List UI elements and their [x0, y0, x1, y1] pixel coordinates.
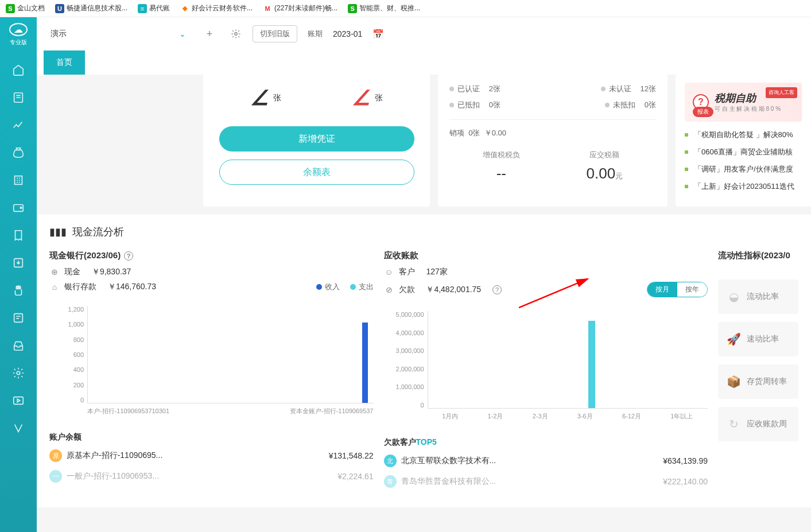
toggle-month[interactable]: 按月 [647, 282, 677, 297]
sidebar-item-home[interactable] [0, 56, 37, 84]
bookmark-item[interactable]: U畅捷通信息技术股... [55, 3, 127, 13]
switch-old-button[interactable]: 切到旧版 [253, 25, 297, 42]
tax-value: 2张 [489, 84, 500, 94]
news-help-badge[interactable]: 咨询人工客 [766, 87, 797, 98]
add-voucher-button[interactable]: 新增凭证 [219, 126, 414, 152]
help-icon[interactable]: ? [124, 251, 133, 261]
sidebar-item-settings[interactable] [0, 359, 37, 387]
svg-point-3 [20, 207, 22, 209]
bookmark-label: 金山文档 [17, 3, 45, 13]
metric-card[interactable]: 🚀速动比率 [718, 322, 798, 356]
news-item[interactable]: 「调研」用友客户/伙伴满意度 [685, 164, 802, 174]
bullet-icon [685, 185, 688, 188]
period-value: 2023-01 [333, 29, 362, 38]
chart-y-axis: 5,000,0004,000,0003,000,0002,000,0001,00… [384, 311, 424, 409]
calendar-icon[interactable]: 📅 [372, 29, 384, 40]
metric-card[interactable]: ↻应收账款周 [718, 407, 798, 441]
liquidity-panel: 流动性指标(2023/0 ◒流动比率 🚀速动比率 📦存货周转率 ↻应收账款周 [718, 250, 798, 496]
news-item[interactable]: 「0606直播」商贸企业辅助核 [685, 147, 802, 157]
tax-sales-amount: ￥0.00 [484, 129, 506, 137]
sidebar-item-closing[interactable] [0, 277, 37, 304]
sidebar-logo[interactable]: ☁ 专业版 [7, 23, 30, 46]
news-item[interactable]: 「上新」好会计20230511迭代 [685, 181, 802, 192]
toggle-year[interactable]: 按年 [677, 282, 707, 297]
chart-icon [12, 119, 25, 131]
news-text: 「上新」好会计20230511迭代 [694, 181, 794, 192]
tab-home[interactable]: 首页 [44, 51, 85, 75]
tabs-row: 首页 [37, 51, 811, 75]
bookmark-icon: S [6, 4, 15, 13]
company-select[interactable]: 演示 ⌄ [44, 24, 193, 44]
customer-value: ¥634,139.99 [663, 456, 708, 465]
gear-icon [231, 29, 241, 39]
chart-bar [588, 321, 595, 408]
chart-bar [362, 323, 368, 403]
bar-chart-icon: ▮▮▮ [49, 226, 67, 238]
cash-panel: 现金银行(2023/06)? ⊛现金 ￥9,830.37 ⌂银行存款 ￥146,… [49, 250, 374, 496]
period-toggle: 按月 按年 [647, 282, 708, 297]
bullet-icon [685, 150, 688, 154]
sidebar-item-invoice[interactable] [0, 222, 37, 249]
bookmark-item[interactable]: S智能票、财、税推... [348, 3, 420, 13]
account-row[interactable]: 原原基本户-招行-11090695... ¥131,548.22 [49, 449, 374, 462]
voucher-count-2-icon: ∠ [352, 86, 370, 110]
account-row[interactable]: 一一般户-招行-110906953... ¥2,224.61 [49, 470, 374, 483]
receipt-icon [12, 229, 25, 242]
bullet-icon [685, 168, 688, 171]
bookmarks-bar: S金山文档 U畅捷通信息技术股... ≡易代账 ◆好会计云财务软件... M(2… [0, 0, 811, 17]
sidebar-item-salary[interactable] [0, 194, 37, 222]
sidebar: ☁ 专业版 [0, 17, 37, 532]
bookmark-item[interactable]: M(227封未读邮件)畅... [263, 3, 337, 13]
bookmark-item[interactable]: ≡易代账 [138, 3, 170, 13]
voucher-unit: 张 [273, 93, 281, 103]
dot-icon [449, 87, 454, 91]
sidebar-item-v[interactable] [0, 414, 37, 442]
sidebar-item-video[interactable] [0, 387, 37, 414]
svg-rect-1 [15, 176, 22, 185]
account-name: 一般户-招行-110906953... [67, 471, 159, 481]
bookmark-label: 智能票、财、税推... [359, 3, 420, 13]
video-icon [12, 394, 25, 407]
top-bar: 演示 ⌄ + 切到旧版 账期 2023-01 📅 [37, 17, 811, 51]
tax-sales-label: 销项 [449, 129, 464, 137]
customer-row[interactable]: 北北京互帮联众数字技术有... ¥634,139.99 [384, 455, 708, 467]
sidebar-item-assets[interactable] [0, 166, 37, 194]
tax-sum-unit: 元 [615, 172, 623, 180]
chart-plot [87, 306, 374, 403]
yen-icon: ⊛ [49, 267, 60, 277]
bookmark-item[interactable]: S金山文档 [6, 3, 45, 13]
news-item[interactable]: 「税期自助化答疑 」解决80% [685, 130, 802, 140]
sidebar-item-funds[interactable] [0, 139, 37, 166]
news-banner[interactable]: ? 税期自助 可 自 主 解 决 税 期 8 0 % 报表 咨询人工客 [685, 83, 802, 122]
money-bag-icon [12, 146, 25, 159]
voucher-unit: 张 [375, 93, 383, 103]
tax-sum-label: 增值税税负 [483, 150, 520, 160]
sidebar-item-voucher[interactable] [0, 84, 37, 111]
account-value: ¥2,224.61 [337, 472, 373, 481]
customer-row[interactable]: 青青岛华胜普金科技有限公... ¥222,140.00 [384, 475, 708, 488]
sidebar-item-archive[interactable] [0, 304, 37, 332]
news-list: 「税期自助化答疑 」解决80% 「0606直播」商贸企业辅助核 「调研」用友客户… [685, 130, 802, 192]
tax-label: 未认证 [609, 84, 631, 94]
customer-icon: 青 [384, 475, 397, 488]
download-icon [12, 257, 25, 269]
news-badge: 报表 [693, 107, 713, 117]
bookmark-icon: M [263, 4, 272, 13]
settings-button[interactable] [226, 24, 246, 44]
metric-card[interactable]: 📦存货周转率 [718, 364, 798, 399]
metric-card[interactable]: ◒流动比率 [718, 279, 798, 314]
news-text: 「0606直播」商贸企业辅助核 [694, 147, 793, 157]
chart-y-axis: 1,2001,0008006004002000 [49, 306, 84, 403]
chart-x-axis: 1月内1-2月2-3月3-6月6-12月1年以上 [428, 412, 708, 421]
tax-value: 0张 [645, 100, 656, 110]
help-icon[interactable]: ? [492, 285, 502, 294]
panel-title-text: 流动性指标(2023/0 [718, 250, 798, 261]
balance-sheet-button[interactable]: 余额表 [219, 160, 414, 185]
sidebar-item-inbox[interactable] [0, 332, 37, 359]
bookmark-item[interactable]: ◆好会计云财务软件... [180, 3, 253, 13]
sidebar-item-report[interactable] [0, 111, 37, 139]
panel-title-text: 现金银行(2023/06) [49, 250, 121, 261]
sidebar-item-tax[interactable] [0, 249, 37, 277]
ar-chart: 5,000,0004,000,0003,000,0002,000,0001,00… [384, 311, 708, 426]
add-button[interactable]: + [200, 24, 219, 44]
